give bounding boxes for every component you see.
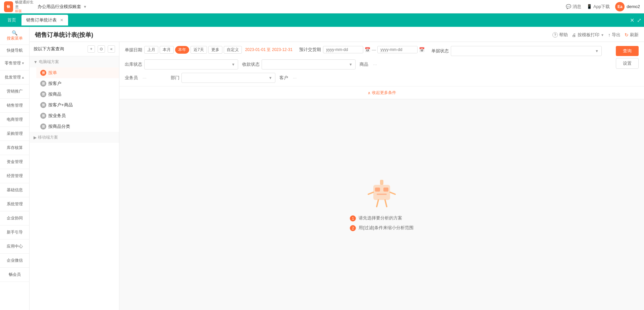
sidebar-item-corpwechat[interactable]: 企业微信 (0, 254, 29, 268)
payment-status-select[interactable]: ▼ (262, 59, 356, 69)
svg-line-4 (368, 192, 373, 194)
tree-item-icon-by-order: 按 (40, 70, 46, 76)
date-range-display: 2023-01-01 至 2023-12-31 (245, 47, 292, 53)
print-arrow-icon: ▼ (601, 33, 604, 37)
tree-item-by-product[interactable]: 按 按商品 (36, 89, 119, 100)
expected-date-range: 📅 — 📅 (323, 46, 425, 53)
filter-salesman-group: 业务员 ··· (125, 75, 147, 81)
tree-item-by-customer[interactable]: 按 按客户 (36, 78, 119, 89)
tree-item-icon-by-cust-prod: 按 (40, 102, 46, 108)
template-print-btn[interactable]: 🖨 按模板打印 ▼ (572, 32, 604, 38)
date-btn-this-month[interactable]: 本月 (160, 46, 174, 54)
filter-area: 单据日期 上月 本月 本年 近7天 更多 自定义 (119, 42, 644, 99)
step-1-number: 1 (350, 215, 356, 221)
tree-item-by-prod-cat[interactable]: 按 按商品分类 (36, 121, 119, 132)
tree-header: 按以下方案查询 + ⊙ « (30, 42, 119, 56)
collapse-bar[interactable]: ∧ 收起更多条件 (119, 86, 644, 99)
tree-panel: 按以下方案查询 + ⊙ « ▼ 电脑端方案 按 按单 (30, 42, 119, 310)
goods-more-icon[interactable]: ··· (373, 62, 377, 67)
tree-item-by-salesman[interactable]: 按 按业务员 (36, 110, 119, 121)
filter-row-1: 单据日期 上月 本月 本年 近7天 更多 自定义 (119, 42, 644, 59)
tree-item-by-cust-prod[interactable]: 按 按客户+商品 (36, 100, 119, 110)
tree-collapse-btn[interactable]: « (108, 45, 115, 53)
filter-customer-group: 客户 ··· (279, 75, 297, 81)
empty-illustration (362, 175, 402, 208)
maximize-icon[interactable]: ⤢ (637, 17, 641, 23)
message-btn[interactable]: 💬 消息 (566, 4, 581, 10)
tab-home[interactable]: 首页 (3, 15, 21, 25)
sidebar-item-ecommerce[interactable]: 电商管理 (0, 113, 29, 127)
date-btn-last7days[interactable]: 近7天 (191, 46, 207, 54)
user-profile[interactable]: Ea demo2 (615, 2, 640, 11)
page-title: 销售订单统计表(按单) (35, 31, 93, 39)
tab-close-icon[interactable]: ✕ (60, 18, 63, 22)
sidebar-item-marketing[interactable]: 营销推广 (0, 85, 29, 99)
svg-rect-8 (380, 180, 383, 185)
sidebar-item-inventory[interactable]: 库存核算 (0, 141, 29, 155)
sidebar-item-system[interactable]: 系统管理 (0, 197, 29, 211)
empty-step-2: 2 用[过滤]条件来缩小分析范围 (350, 225, 413, 231)
settings-button[interactable]: 设置 (616, 58, 639, 69)
sidebar-item-newbie[interactable]: 新手引导 (0, 225, 29, 240)
tree-refresh-btn[interactable]: ⊙ (98, 45, 105, 53)
sidebar-item-wholesale[interactable]: 批发管理 ▲ (0, 70, 29, 85)
query-button[interactable]: 查询 (616, 46, 639, 56)
goods-label: 商品 (360, 61, 368, 67)
main-content: 🔍 搜索菜单 快捷导航 零售管理 ▼ 批发管理 ▲ 营销推广 销售管理 电商管理… (0, 27, 644, 310)
svg-line-5 (390, 192, 395, 194)
svg-rect-2 (383, 188, 388, 192)
filter-department-group: 部门 ▼ (171, 73, 275, 83)
sidebar-item-enterprise[interactable]: 企业协同 (0, 211, 29, 225)
date-dash: — (372, 47, 376, 52)
tree-sub-pc: 按 按单 按 按客户 按 按商品 按 按客户+商品 (30, 67, 119, 132)
sidebar-search[interactable]: 🔍 搜索菜单 (0, 27, 29, 45)
date-btn-custom[interactable]: 自定义 (224, 46, 242, 54)
cal-icon-end[interactable]: 📅 (419, 47, 425, 52)
tree-item-icon-by-prod-cat: 按 (40, 123, 46, 130)
order-status-arrow-icon: ▼ (595, 49, 599, 53)
out-status-select[interactable]: ▼ (144, 59, 238, 69)
chevron-up-icon: ▲ (21, 75, 25, 79)
order-status-select[interactable]: ▼ (451, 46, 602, 56)
expected-date-end[interactable] (377, 46, 418, 53)
refresh-btn[interactable]: ↻ 刷新 (625, 32, 639, 38)
page-header: 销售订单统计表(按单) ? 帮助 🖨 按模板打印 ▼ ↑ 导出 ↻ 刷新 (30, 27, 644, 42)
sidebar-item-operations[interactable]: 经营管理 (0, 169, 29, 183)
date-buttons: 上月 本月 本年 近7天 更多 自定义 (144, 46, 242, 54)
sidebar-item-sales[interactable]: 销售管理 (0, 99, 29, 113)
sidebar-item-purchase[interactable]: 采购管理 (0, 127, 29, 141)
export-btn[interactable]: ↑ 导出 (608, 32, 621, 38)
sidebar-item-retail[interactable]: 零售管理 ▼ (0, 56, 29, 70)
date-btn-this-year[interactable]: 本年 (175, 46, 189, 54)
department-select[interactable]: ▼ (181, 73, 275, 83)
customer-more-icon[interactable]: ··· (293, 75, 297, 81)
minimize-icon[interactable]: ✕ (630, 17, 634, 23)
section-expand-icon: ▼ (34, 60, 38, 64)
svg-rect-0 (373, 185, 390, 200)
tab-sales-order-stat[interactable]: 销售订单统计表 ✕ (21, 15, 68, 25)
app-download-btn[interactable]: 📱 App下载 (587, 4, 610, 10)
tree-header-icons: + ⊙ « (88, 45, 115, 53)
sidebar-item-appcenter[interactable]: 应用中心 (0, 240, 29, 254)
tree-section-pc[interactable]: ▼ 电脑端方案 (30, 56, 119, 67)
date-btn-more[interactable]: 更多 (208, 46, 222, 54)
tree-header-text: 按以下方案查询 (34, 46, 64, 52)
salesman-more-icon[interactable]: ··· (143, 75, 147, 81)
sidebar-item-basic[interactable]: 基础信息 (0, 183, 29, 197)
date-btn-prev-month[interactable]: 上月 (144, 46, 158, 54)
tree-add-btn[interactable]: + (88, 45, 95, 53)
tree-section-mobile[interactable]: ▶ 移动端方案 (30, 132, 119, 143)
tree-item-by-order[interactable]: 按 按单 (36, 67, 119, 78)
window-controls: ✕ ⤢ (630, 17, 641, 23)
help-btn[interactable]: ? 帮助 (552, 32, 568, 38)
tree-item-icon-by-salesman: 按 (40, 113, 46, 119)
sidebar-item-member[interactable]: 畅会员 (0, 268, 29, 282)
content-wrapper: 按以下方案查询 + ⊙ « ▼ 电脑端方案 按 按单 (30, 42, 644, 310)
filter-row-2: 出库状态 ▼ 收款状态 ▼ (119, 59, 644, 73)
filter-fields-row1: 单据日期 上月 本月 本年 近7天 更多 自定义 (125, 46, 639, 59)
expected-date-start[interactable] (323, 46, 363, 53)
tree-item-icon-by-product: 按 (40, 91, 46, 97)
sidebar-quick-nav[interactable]: 快捷导航 (0, 45, 29, 56)
sidebar-item-finance[interactable]: 资金管理 (0, 155, 29, 169)
cal-icon-start[interactable]: 📅 (365, 47, 370, 52)
